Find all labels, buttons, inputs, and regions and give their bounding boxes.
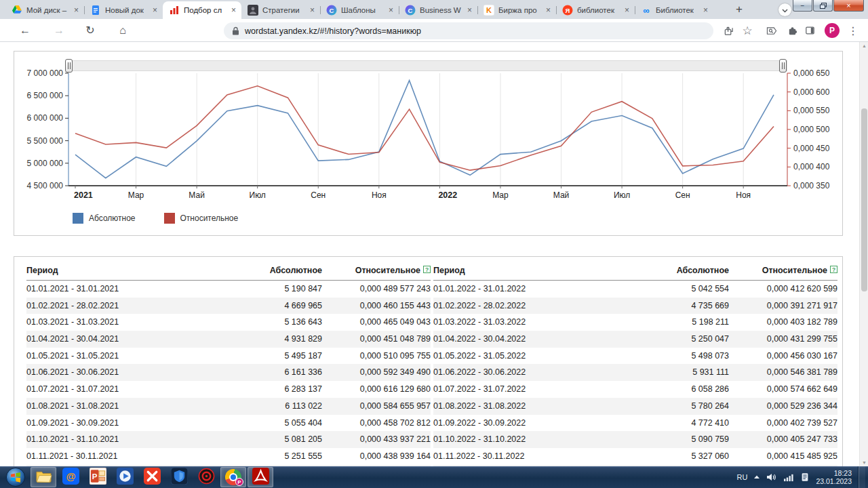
period-cell: 01.01.2021 - 31.01.2021 [26,281,220,298]
browser-menu-icon[interactable]: ⋮ [846,24,860,37]
period-cell: 01.09.2021 - 30.09.2021 [26,415,220,432]
acrobat-taskbar-button[interactable] [248,467,273,487]
scroll-up-icon[interactable]: ▲ [860,43,868,48]
language-indicator[interactable]: RU [737,473,748,481]
restore-button[interactable] [813,0,833,12]
absolute-cell: 5 327 060 [627,448,729,465]
browser-tab[interactable]: CBusiness W× [399,1,477,19]
table-row: 01.01.2021 - 31.01.20215 190 8470,000 48… [26,281,431,298]
clock[interactable]: 18:23 23.01.2023 [816,469,852,485]
tab-close-icon[interactable]: × [702,5,709,15]
relative-cell: 0,000 574 662 649 [729,381,837,398]
tab-close-icon[interactable]: × [151,5,159,15]
series-left [75,81,774,178]
back-button[interactable]: ← [16,22,34,39]
history-chart-panel: 7 000 0006 500 0006 000 0005 500 0005 00… [14,51,843,236]
period-cell: 01.03.2022 - 31.03.2022 [433,314,627,331]
table-row: 01.09.2021 - 30.09.20215 055 4040,000 45… [26,415,431,432]
relative-cell: 0,000 433 937 221 [322,431,431,448]
powerpoint-taskbar-button[interactable]: P [85,467,111,487]
extensions-puzzle-icon[interactable] [785,24,799,37]
tab-search-button[interactable] [778,3,791,16]
red-dial-taskbar-button[interactable] [193,467,219,487]
chrome-taskbar-button[interactable]: P [220,467,246,487]
tab-close-icon[interactable]: × [545,5,552,15]
share-icon[interactable] [722,24,735,37]
table-row: 01.06.2022 - 30.06.20225 931 1110,000 54… [433,364,837,381]
hidden-icons-arrow-icon[interactable] [753,474,760,480]
volume-icon[interactable] [766,472,777,482]
help-icon[interactable]: ? [423,266,431,273]
start-button[interactable] [5,467,26,487]
relative-cell: 0,000 592 349 490 [322,364,431,381]
left-axis-label: 6 500 000 [27,91,64,100]
player-taskbar-button[interactable] [112,467,138,487]
show-desktop-button[interactable] [858,466,865,488]
omnibox[interactable]: wordstat.yandex.kz/#!/history?words=мани… [224,22,713,39]
browser-tab[interactable]: Новый док× [84,1,163,19]
range-handle-left[interactable] [65,59,73,73]
browser-tab[interactable]: Подбор сл× [163,1,241,19]
side-panel-icon[interactable] [803,24,816,37]
table-row: 01.07.2022 - 31.07.20226 058 2860,000 57… [433,381,837,398]
table-row: 01.07.2021 - 31.07.20216 283 1370,000 61… [26,381,431,398]
legend-absolute: Абсолютное [73,213,136,224]
tab-close-icon[interactable]: × [466,5,473,15]
absolute-cell: 5 780 264 [627,398,729,415]
tab-close-icon[interactable]: × [73,5,80,15]
forward-button[interactable]: → [50,22,68,39]
tab-title: Стратегии [262,6,304,14]
x-axis-label: Май [189,190,205,200]
browser-tab[interactable]: ∞Библиотек× [635,1,713,19]
xmind-icon [144,468,161,487]
table-row: 01.02.2022 - 28.02.20224 735 6690,000 39… [433,298,837,314]
period-cell: 01.01.2022 - 31.01.2022 [433,281,627,298]
period-cell: 01.02.2021 - 28.02.2021 [26,298,220,314]
table-row: 01.03.2022 - 31.03.20225 198 2110,000 40… [433,314,837,331]
powerpoint-icon: P [90,468,106,487]
home-button[interactable]: ⌂ [114,22,132,39]
browser-tab[interactable]: Стратегии× [241,1,320,19]
shield-taskbar-button[interactable] [166,467,192,487]
table-row: 01.04.2022 - 30.04.20225 250 0470,000 43… [433,331,837,348]
chart-range-slider[interactable] [68,60,787,71]
reload-button[interactable]: ↻ [81,22,99,39]
page-scrollbar[interactable]: ▲ ▼ [859,42,868,466]
clock-time: 18:23 [816,469,852,477]
left-axis-label: 5 000 000 [27,159,64,168]
period-cell: 01.02.2022 - 28.02.2022 [433,298,627,314]
tab-close-icon[interactable]: × [623,5,631,15]
browser-tab[interactable]: Мой диск –× [5,1,84,19]
period-tables-panel: ПериодАбсолютноеОтносительное?01.01.2021… [14,256,843,481]
browser-tab[interactable]: KБиржа про× [477,1,556,19]
scroll-down-icon[interactable]: ▼ [860,460,868,465]
tab-title: Business W [420,6,462,14]
period-cell: 01.11.2021 - 30.11.2021 [26,448,220,465]
range-handle-right[interactable] [779,59,787,73]
tab-search-badge-icon[interactable] [765,24,778,37]
xmind-taskbar-button[interactable] [139,467,165,487]
tab-close-icon[interactable]: × [309,5,316,15]
action-center-icon[interactable] [800,472,810,482]
relative-cell: 0,000 456 030 167 [729,348,837,365]
browser-tab[interactable]: CШаблоны× [320,1,399,19]
profile-avatar[interactable]: P [825,23,840,38]
browser-tab[interactable]: Ябиблиотек× [556,1,635,19]
tab-close-icon[interactable]: × [230,5,237,15]
period-cell: 01.07.2021 - 31.07.2021 [26,381,220,398]
minimize-button[interactable]: − [793,0,812,12]
explorer-taskbar-button[interactable] [31,467,56,487]
bookmark-star-icon[interactable]: ☆ [741,24,754,37]
network-icon[interactable] [783,473,794,482]
x-axis-label: Сен [311,190,326,200]
tab-close-icon[interactable]: × [387,5,395,15]
close-button[interactable]: × [833,0,864,12]
x-axis-label: Ноя [372,190,387,200]
mailru-taskbar-button[interactable]: @ [58,467,83,487]
right-axis-label: 0,000 550 [793,106,830,115]
help-icon[interactable]: ? [830,266,837,273]
new-tab-button[interactable]: + [731,2,747,18]
system-tray: RU 18:23 23.01.2023 [737,466,868,488]
scrollbar-thumb[interactable] [861,108,867,291]
tab-separator [477,6,478,14]
